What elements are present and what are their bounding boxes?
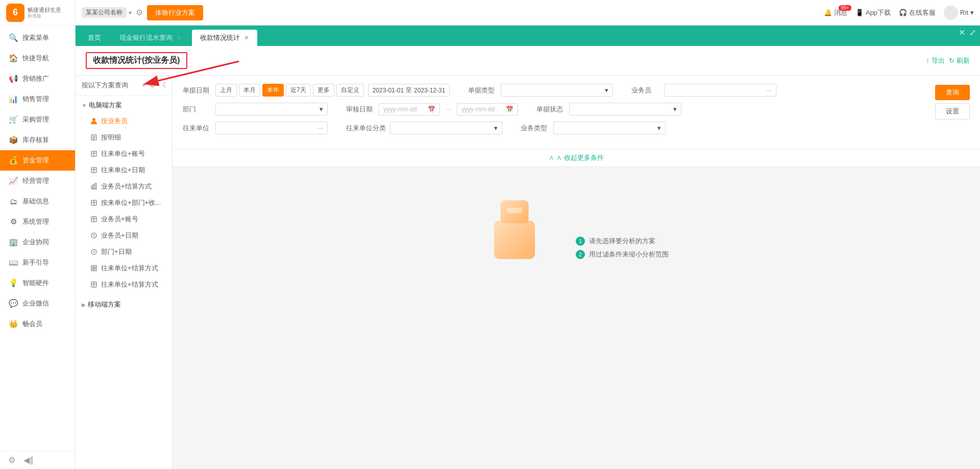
counterparty-cat-chevron-icon: ▾ [494, 124, 498, 132]
sidebar: 6 畅捷通好生意 标准版 🔍 搜索菜单 🏠 快捷导航 📢 营销推广 📊 销售管理… [0, 0, 76, 469]
sidebar-item-sales[interactable]: 📊 销售管理 [0, 89, 75, 109]
settings-button[interactable]: 设置 [935, 103, 970, 120]
empty-tips: 1 请先选择要分析的方案 2 用过滤条件来缩小分析范围 [576, 237, 669, 259]
date-btn-last-month[interactable]: 上月 [215, 84, 237, 97]
sidebar-collapse-icon[interactable]: ◀∥ [23, 455, 34, 465]
marketing-icon: 📢 [8, 74, 18, 84]
search-icon: 🔍 [8, 33, 18, 43]
scheme-dept-date[interactable]: 部门+日期 [76, 244, 172, 260]
app-download-button[interactable]: 📱 App下载 [855, 8, 891, 17]
date-btn-more[interactable]: 更多 [313, 84, 334, 97]
window-maximize-icon[interactable]: ⤢ [969, 28, 976, 37]
sidebar-item-inventory[interactable]: 📦 库存核算 [0, 130, 75, 150]
desktop-group-header[interactable]: ▼ 电脑端方案 [76, 98, 172, 113]
reviewdate-from-input[interactable]: yyyy-mm-dd 📅 [379, 103, 440, 115]
scheme-by-salesperson[interactable]: 按业务员 [76, 113, 172, 129]
sidebar-item-baseinfo[interactable]: 🗂 基础信息 [0, 191, 75, 212]
sidebar-item-member[interactable]: 👑 畅会员 [0, 314, 75, 334]
sidebar-item-purchase[interactable]: 🛒 采购管理 [0, 109, 75, 130]
add-scheme-icon[interactable]: + [142, 81, 146, 90]
chart-icon [90, 182, 98, 191]
date-btn-this-month[interactable]: 本月 [239, 84, 260, 97]
sidebar-item-operations[interactable]: 📈 经营管理 [0, 171, 75, 191]
messages-button[interactable]: 🔔 消息 99+ [824, 8, 847, 17]
sidebar-item-sysmanage[interactable]: ⚙ 系统管理 [0, 212, 75, 232]
page-header: 收款情况统计(按业务员) ↑ 导出 ↻ 刷新 [76, 46, 980, 76]
salesperson-more-icon[interactable]: ··· [767, 86, 772, 94]
biztype-select[interactable]: ▾ [553, 122, 666, 134]
scheme-partner-date[interactable]: 往来单位+日期 [76, 162, 172, 178]
tab-collection-stat[interactable]: 收款情况统计 ✕ [192, 30, 257, 46]
filter-dept-item: 部门 ▾ [183, 103, 328, 115]
smarthw-icon: 💡 [8, 278, 18, 288]
scheme-partner-dept[interactable]: 按来单位+部门+收... [76, 195, 172, 211]
counterparty-more-icon[interactable]: ··· [317, 124, 323, 132]
collapse-more-bar[interactable]: ∧ ∧ 收起更多条件 [173, 149, 980, 167]
filter-doctype-item: 单据类型 ▾ [468, 84, 613, 97]
sidebar-item-wechat[interactable]: 💬 企业微信 [0, 293, 75, 314]
scheme-salesperson-settle[interactable]: 业务员+结算方式 [76, 178, 172, 195]
counterparty-label: 往来单位 [183, 124, 211, 133]
user-avatar[interactable]: Rit ▾ [944, 6, 974, 20]
sidebar-item-search[interactable]: 🔍 搜索菜单 [0, 28, 75, 48]
date-btn-this-year[interactable]: 本年 [262, 84, 284, 97]
tab-home[interactable]: 首页 [80, 30, 109, 46]
sidebar-settings-icon[interactable]: ⚙ [8, 455, 15, 465]
sidebar-item-marketing[interactable]: 📢 营销推广 [0, 68, 75, 89]
workspace-selector[interactable]: 某某公司名称 ▾ [82, 7, 132, 18]
trial-button[interactable]: 体验行业方案 [147, 5, 203, 20]
docstatus-select[interactable]: ▾ [569, 103, 681, 115]
scheme-settings-icon[interactable]: ⚙ [149, 81, 156, 90]
dept-label: 部门 [183, 105, 211, 114]
bell-icon: 🔔 [824, 9, 832, 16]
svg-rect-23 [94, 266, 96, 268]
member-icon: 👑 [8, 319, 18, 329]
refresh-button[interactable]: ↻ 刷新 [949, 56, 970, 65]
date-btn-custom[interactable]: 自定义 [336, 84, 364, 97]
salesperson-select[interactable]: ··· [664, 84, 776, 97]
sidebar-item-starter[interactable]: 📖 新手引导 [0, 252, 75, 273]
scheme-partner-settle[interactable]: 往来单位+结算方式 [76, 260, 172, 276]
settings-icon: ⚙ [8, 217, 18, 227]
reviewdate-to-input[interactable]: yyyy-mm-dd 📅 [457, 103, 518, 115]
query-button[interactable]: 查询 [935, 85, 970, 100]
doctype-select[interactable]: ▾ [501, 84, 613, 97]
export-button[interactable]: ↑ 导出 [926, 56, 945, 65]
window-close-icon[interactable]: ✕ [959, 28, 965, 37]
svg-rect-13 [95, 183, 96, 189]
page-title-box: 收款情况统计(按业务员) [86, 52, 187, 69]
user-chevron-icon: ▾ [970, 9, 974, 16]
counterparty-cat-select[interactable]: ▾ [390, 122, 502, 134]
tabs-bar: 首页 现金银行流水查询 ✕ 收款情况统计 ✕ ✕ ⤢ [76, 26, 980, 46]
scheme-partner-account[interactable]: 往来单位+账号 [76, 146, 172, 162]
filter-row-2: 部门 ▾ 审核日期 yyyy-mm-dd 📅 [183, 103, 929, 115]
tab-collection-stat-close-icon[interactable]: ✕ [244, 34, 249, 41]
mobile-group-header[interactable]: ▶ 移动端方案 [76, 297, 172, 312]
sidebar-item-quicknav[interactable]: 🏠 快捷导航 [0, 48, 75, 68]
avatar-image [944, 6, 958, 20]
triangle-right-icon: ▶ [82, 302, 86, 308]
sidebar-item-smarthw[interactable]: 💡 智能硬件 [0, 273, 75, 293]
online-service-button[interactable]: 🎧 在线客服 [899, 8, 936, 17]
triangle-down-icon: ▼ [82, 103, 87, 108]
counterparty-select[interactable]: ··· [215, 122, 328, 134]
tab-bank-flow-close-icon[interactable]: ✕ [177, 34, 182, 41]
filter-counterparty-item: 往来单位 ··· [183, 122, 328, 134]
header: 某某公司名称 ▾ ⚙ 体验行业方案 🔔 消息 99+ 📱 App下载 🎧 在线客… [76, 0, 980, 26]
svg-rect-24 [91, 269, 93, 271]
sidebar-item-finance[interactable]: 💰 资金管理 [0, 150, 75, 171]
dept-select[interactable]: ▾ [215, 103, 328, 115]
svg-rect-22 [91, 266, 93, 268]
filter-form: 单据日期 上月 本月 本年 近7天 更多 自定义 [183, 84, 929, 140]
scheme-partner-settle2[interactable]: 往来单位+结算方式 [76, 276, 172, 293]
page-title: 收款情况统计(按业务员) [93, 55, 180, 66]
header-settings-icon[interactable]: ⚙ [136, 8, 143, 17]
date-btn-7days[interactable]: 近7天 [286, 84, 311, 97]
scheme-salesperson-date[interactable]: 业务员+日期 [76, 227, 172, 244]
collapse-panel-icon[interactable]: 《 [159, 81, 166, 90]
svg-rect-11 [91, 186, 93, 189]
sidebar-item-enterprise[interactable]: 🏢 企业协同 [0, 232, 75, 252]
tab-bank-flow[interactable]: 现金银行流水查询 ✕ [111, 30, 190, 46]
scheme-by-detail[interactable]: 按明细 [76, 129, 172, 146]
scheme-salesperson-account[interactable]: 业务员+账号 [76, 211, 172, 227]
